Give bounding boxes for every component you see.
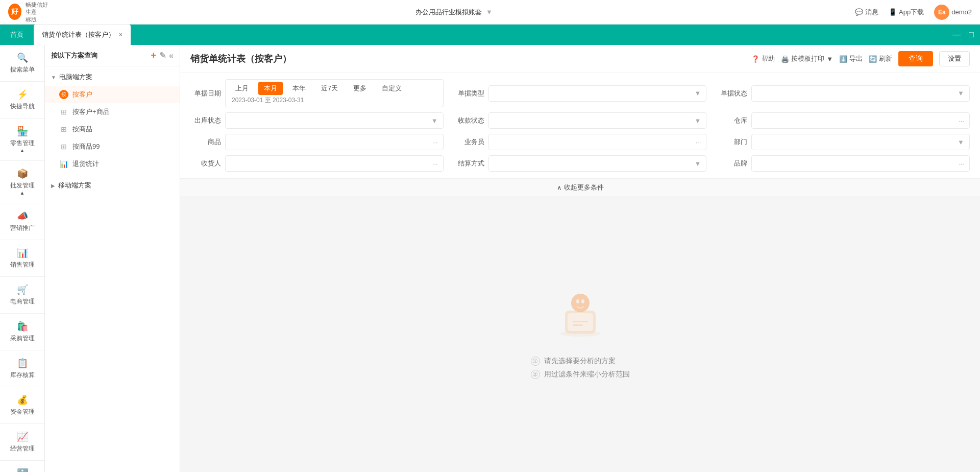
scheme-item-by-customer-product[interactable]: ⊞ 按客户+商品 [45,103,180,121]
filter-cell-brand: 品牌 ··· [717,155,970,172]
collapse-up-icon: ∧ [557,184,562,192]
sidebar-item-inventory[interactable]: 📋 库存核算 [0,350,44,387]
salesperson-input[interactable]: ··· [488,134,707,150]
warehouse-label: 仓库 [717,116,747,125]
top-header: 好 畅捷信好生意 标版 办公用品行业模拟账套 ▼ 💬 消息 📱 App下载 Ea… [0,0,980,25]
order-type-dropdown-icon: ▼ [694,89,701,97]
date-quick-buttons: 上月 本月 本年 近7天 更多 自定义 [230,82,407,95]
out-status-select[interactable]: ▼ [225,112,444,129]
filter-area: 单据日期 上月 本月 本年 近7天 更多 自定义 2023-03-01 至 20… [180,73,980,178]
sidebar-item-operations[interactable]: 📈 经营管理 [0,424,44,461]
query-button[interactable]: 查询 [898,51,933,66]
main-layout: 🔍 搜索菜单 ⚡ 快捷导航 🏪 零售管理 ▲ 📦 批发管理 ▲ 📣 营销推广 📊… [0,45,980,472]
sidebar-item-purchase[interactable]: 🛍️ 采购管理 [0,314,44,350]
sidebar-item-search[interactable]: 🔍 搜索菜单 [0,45,44,82]
filter-cell-order-type: 单据类型 ▼ [454,79,707,107]
filter-cell-department: 部门 ▼ [717,134,970,150]
retail-icon: 🏪 [17,126,28,137]
header-right: 💬 消息 📱 App下载 Ea demo2 [855,5,972,20]
salesperson-dots[interactable]: ··· [695,138,701,146]
finance-icon: 💰 [17,394,28,406]
scheme-item-return-stats[interactable]: 📊 退货统计 [45,155,180,173]
marketing-icon: 📣 [17,210,28,222]
scheme-item-by-product-99[interactable]: ⊞ 按商品99 [45,138,180,155]
scheme-item-by-customer[interactable]: 按 按客户 [45,86,180,103]
logo-area: 好 畅捷信好生意 标版 [8,1,53,23]
sidebar-item-marketing[interactable]: 📣 营销推广 [0,203,44,240]
sidebar-item-finance[interactable]: 💰 资金管理 [0,387,44,424]
filter-cell-product: 商品 ··· [190,134,444,150]
order-type-select[interactable]: ▼ [488,85,707,102]
sidebar-item-ecommerce[interactable]: 🛒 电商管理 [0,277,44,314]
receipt-status-select[interactable]: ▼ [488,112,707,129]
sidebar-item-sales[interactable]: 📊 销售管理 [0,240,44,277]
warehouse-input[interactable]: ··· [751,112,970,129]
filter-row-3: 商品 ··· 业务员 ··· 部门 [190,134,970,150]
tab-active[interactable]: 销货单统计表（按客户） × [34,25,131,45]
date-btn-this-month[interactable]: 本月 [258,82,283,95]
date-btn-this-year[interactable]: 本年 [287,82,311,95]
date-filter-control: 上月 本月 本年 近7天 更多 自定义 2023-03-01 至 2023-03… [225,79,444,107]
export-button[interactable]: ⬇️ 导出 [839,54,863,63]
title-bar-label: 办公用品行业模拟账套 [415,8,482,17]
date-btn-last-7[interactable]: 近7天 [315,82,344,95]
title-dropdown-icon[interactable]: ▼ [486,8,493,16]
print-button[interactable]: 🖨️ 按模板打印 ▼ [781,54,833,63]
help-button[interactable]: ❓ 帮助 [751,54,775,63]
filter-cell-warehouse: 仓库 ··· [717,112,970,129]
brand-input[interactable]: ··· [751,155,970,172]
refresh-button[interactable]: 🔄 刷新 [869,54,892,63]
mobile-group-toggle[interactable]: ▶ 移动端方案 [45,177,180,194]
sidebar-item-quicknav[interactable]: ⚡ 快捷导航 [0,82,44,119]
window-minimize-icon[interactable]: — [950,28,963,41]
tab-home[interactable]: 首页 [0,25,34,45]
user-avatar-button[interactable]: Ea demo2 [934,5,972,20]
product-dots[interactable]: ··· [432,138,438,146]
scheme-by-customer-icon: 按 [59,90,68,99]
scheme-panel-header: 按以下方案查询 + ✎ « [45,45,180,66]
warehouse-dots[interactable]: ··· [959,117,964,125]
order-status-select[interactable]: ▼ [751,85,970,102]
collapse-bar[interactable]: ∧ 收起更多条件 [180,178,980,196]
consignee-label: 收货人 [190,159,221,168]
filter-cell-receipt-status: 收款状态 ▼ [454,112,707,129]
order-status-dropdown-icon: ▼ [958,89,964,97]
sales-icon: 📊 [17,247,28,258]
sidebar-item-basic[interactable]: ℹ️ 基础信息 [0,461,44,472]
settlement-select[interactable]: ▼ [488,155,707,172]
tab-bar-right: — □ [950,28,980,41]
consignee-input[interactable]: ··· [225,155,444,172]
purchase-icon: 🛍️ [17,321,28,332]
filter-cell-salesperson: 业务员 ··· [454,134,707,150]
window-maximize-icon[interactable]: □ [967,28,976,41]
page-header: 销货单统计表（按客户） ❓ 帮助 🖨️ 按模板打印 ▼ ⬇️ 导出 [180,45,980,73]
scheme-by-product-icon: ⊞ [59,125,68,134]
content-area: 按以下方案查询 + ✎ « ▼ 电脑端方案 按 按客户 ⊞ 按 [45,45,980,472]
empty-hint-1: ① 请先选择要分析的方案 [531,357,630,366]
brand-dots[interactable]: ··· [959,160,964,168]
message-button[interactable]: 💬 消息 [855,8,878,17]
message-icon: 💬 [855,8,863,16]
consignee-dots[interactable]: ··· [432,160,438,168]
scheme-edit-button[interactable]: ✎ [159,51,166,60]
refresh-icon: 🔄 [869,55,877,63]
help-icon: ❓ [751,55,760,63]
desktop-group-toggle[interactable]: ▼ 电脑端方案 [45,68,180,86]
date-btn-last-month[interactable]: 上月 [230,82,254,95]
print-icon: 🖨️ [781,55,789,63]
scheme-collapse-button[interactable]: « [169,51,174,60]
date-btn-more[interactable]: 更多 [348,82,372,95]
scheme-add-button[interactable]: + [151,50,157,61]
department-select[interactable]: ▼ [751,134,970,150]
hint-1-number: ① [531,357,540,366]
tab-close-button[interactable]: × [119,31,122,38]
scheme-item-by-product[interactable]: ⊞ 按商品 [45,121,180,138]
sidebar-item-wholesale[interactable]: 📦 批发管理 ▲ [0,161,44,203]
product-input[interactable]: ··· [225,134,444,150]
out-status-label: 出库状态 [190,116,221,125]
date-btn-custom[interactable]: 自定义 [376,82,407,95]
app-download-button[interactable]: 📱 App下载 [889,8,924,17]
settings-button[interactable]: 设置 [939,51,970,66]
desktop-group-arrow: ▼ [51,75,56,80]
sidebar-item-retail[interactable]: 🏪 零售管理 ▲ [0,119,44,161]
